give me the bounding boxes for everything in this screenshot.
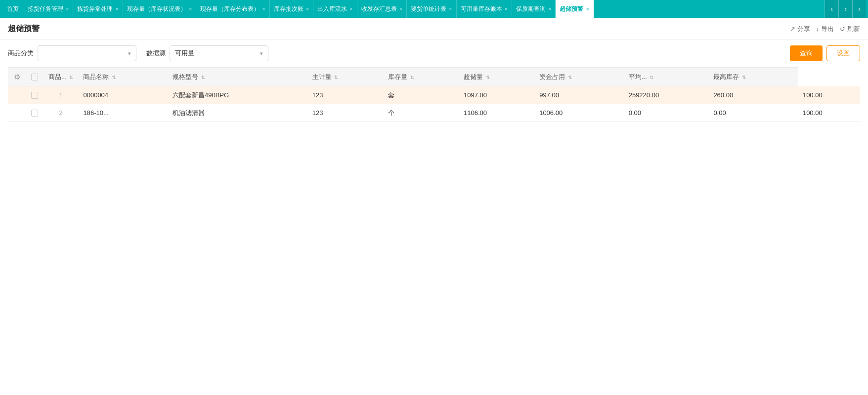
row-checkbox-box[interactable] xyxy=(31,92,38,99)
nav-tab-2[interactable]: 现存量（库存状况表）× xyxy=(123,0,196,18)
export-label: 导出 xyxy=(821,25,834,34)
col-header-max-stock[interactable]: 最高库存 ⇅ xyxy=(708,68,798,86)
row-stock: 1097.00 xyxy=(459,86,534,104)
nav-tab-close-6[interactable]: × xyxy=(399,6,402,12)
setting-button[interactable]: 设置 xyxy=(826,45,860,61)
col-header-over-stock[interactable]: 超储量 ⇅ xyxy=(459,68,534,86)
export-button[interactable]: ↓ 导出 xyxy=(816,25,834,34)
datasource-select[interactable]: 可用量 ▾ xyxy=(170,45,268,61)
row-product-code: 0000004 xyxy=(78,86,168,104)
nav-arrows: ‹ › › xyxy=(825,0,866,18)
sort-icon-product-name: ⇅ xyxy=(112,75,116,80)
category-chevron-icon: ▾ xyxy=(128,50,131,57)
page-title: 超储预警 xyxy=(8,24,40,34)
nav-tab-7[interactable]: 要货单统计表× xyxy=(407,0,456,18)
row-checkbox[interactable] xyxy=(26,104,43,122)
datasource-label: 数据源 xyxy=(146,49,166,58)
sort-icon-over-stock: ⇅ xyxy=(486,75,490,80)
share-button[interactable]: ↗ 分享 xyxy=(790,25,810,34)
nav-tab-6[interactable]: 收发存汇总表× xyxy=(357,0,407,18)
category-label: 商品分类 xyxy=(8,49,34,58)
refresh-button[interactable]: ↺ 刷新 xyxy=(840,25,860,34)
nav-tab-close-7[interactable]: × xyxy=(449,6,452,12)
nav-more-arrow[interactable]: › xyxy=(852,0,866,18)
category-select[interactable]: ▾ xyxy=(38,45,136,61)
refresh-icon: ↺ xyxy=(840,25,845,33)
col-header-unit[interactable]: 主计量 ⇅ xyxy=(307,68,383,86)
category-filter-group: 商品分类 ▾ xyxy=(8,45,136,61)
row-index: 1 xyxy=(43,86,78,104)
sort-icon-spec: ⇅ xyxy=(201,75,205,80)
datasource-value: 可用量 xyxy=(175,49,194,58)
row-checkbox[interactable] xyxy=(26,86,43,104)
row-avg: 0.00 xyxy=(708,104,798,122)
table-row: 2186-10...机油滤清器123个1106.001006.000.000.0… xyxy=(8,104,860,122)
nav-tab-close-10[interactable]: × xyxy=(586,6,589,12)
sort-icon-stock: ⇅ xyxy=(410,75,414,80)
query-button[interactable]: 查询 xyxy=(790,45,823,61)
nav-right-arrow[interactable]: › xyxy=(838,0,852,18)
header-checkbox[interactable] xyxy=(31,74,38,80)
page-container: 超储预警 ↗ 分享 ↓ 导出 ↺ 刷新 商品分类 ▾ 数据源 xyxy=(0,18,868,395)
col-label-product-name: 商品名称 xyxy=(83,73,109,80)
nav-tab-9[interactable]: 保质期查询× xyxy=(512,0,556,18)
nav-home[interactable]: 首页 xyxy=(2,5,24,13)
row-avg: 260.00 xyxy=(708,86,798,104)
row-max-stock: 100.00 xyxy=(798,104,860,122)
col-header-product-name[interactable]: 商品名称 ⇅ xyxy=(78,68,168,86)
nav-tab-8[interactable]: 可用量库存账本× xyxy=(457,0,512,18)
col-header-spec[interactable]: 规格型号 ⇅ xyxy=(168,68,307,86)
page-header: 超储预警 ↗ 分享 ↓ 导出 ↺ 刷新 xyxy=(0,18,868,40)
nav-tab-close-5[interactable]: × xyxy=(349,6,352,12)
nav-tab-1[interactable]: 拣货异常处理× xyxy=(73,0,123,18)
row-capital: 259220.00 xyxy=(624,86,709,104)
nav-bar: 首页 拣货任务管理×拣货异常处理×现存量（库存状况表）×现存量（库存分布表）×库… xyxy=(0,0,868,18)
nav-tab-close-0[interactable]: × xyxy=(66,6,69,12)
nav-left-arrow[interactable]: ‹ xyxy=(825,0,838,18)
col-header-settings[interactable]: ⚙ xyxy=(8,68,26,86)
row-stock: 1106.00 xyxy=(459,104,534,122)
datasource-filter-group: 数据源 可用量 ▾ xyxy=(146,45,268,61)
table-header-row: ⚙ 商品... ⇅ 商品名称 ⇅ 规格型号 ⇅ xyxy=(8,68,860,86)
row-settings[interactable] xyxy=(8,104,26,122)
nav-tab-close-3[interactable]: × xyxy=(262,6,265,12)
col-label-avg: 平均... xyxy=(629,73,647,80)
nav-tab-10[interactable]: 超储预警× xyxy=(556,0,593,18)
nav-tab-close-9[interactable]: × xyxy=(548,6,551,12)
col-header-avg[interactable]: 平均... ⇅ xyxy=(624,68,709,86)
row-spec: 123 xyxy=(307,104,383,122)
col-label-product-code: 商品... xyxy=(48,73,67,80)
filter-row: 商品分类 ▾ 数据源 可用量 ▾ 查询 设置 xyxy=(0,40,868,67)
nav-tab-4[interactable]: 库存批次账× xyxy=(270,0,313,18)
header-actions: ↗ 分享 ↓ 导出 ↺ 刷新 xyxy=(790,25,861,34)
table-gear-icon[interactable]: ⚙ xyxy=(14,73,20,81)
refresh-label: 刷新 xyxy=(847,25,860,34)
nav-tab-3[interactable]: 现存量（库存分布表）× xyxy=(196,0,269,18)
col-label-over-stock: 超储量 xyxy=(464,73,483,80)
row-over-stock: 1006.00 xyxy=(534,104,624,122)
sort-icon-max-stock: ⇅ xyxy=(742,75,746,80)
nav-tab-close-1[interactable]: × xyxy=(115,6,118,12)
nav-tab-0[interactable]: 拣货任务管理× xyxy=(24,0,73,18)
col-label-stock: 库存量 xyxy=(388,73,407,80)
sort-icon-product-code: ⇅ xyxy=(69,75,73,80)
row-settings[interactable] xyxy=(8,86,26,104)
nav-tab-close-4[interactable]: × xyxy=(306,6,309,12)
row-unit: 套 xyxy=(383,86,459,104)
col-header-stock[interactable]: 库存量 ⇅ xyxy=(383,68,459,86)
nav-tab-close-8[interactable]: × xyxy=(505,6,508,12)
col-header-capital[interactable]: 资金占用 ⇅ xyxy=(534,68,624,86)
row-unit: 个 xyxy=(383,104,459,122)
row-checkbox-box[interactable] xyxy=(31,110,38,117)
nav-tab-5[interactable]: 出入库流水× xyxy=(313,0,357,18)
filter-actions: 查询 设置 xyxy=(790,45,860,61)
data-table: ⚙ 商品... ⇅ 商品名称 ⇅ 规格型号 ⇅ xyxy=(8,67,860,122)
datasource-chevron-icon: ▾ xyxy=(260,50,263,57)
sort-icon-avg: ⇅ xyxy=(650,75,653,80)
nav-tab-close-2[interactable]: × xyxy=(189,6,192,12)
row-spec: 123 xyxy=(307,86,383,104)
share-label: 分享 xyxy=(797,25,810,34)
share-icon: ↗ xyxy=(790,25,795,33)
col-header-product-code[interactable]: 商品... ⇅ xyxy=(43,68,78,86)
col-header-checkbox[interactable] xyxy=(26,68,43,86)
